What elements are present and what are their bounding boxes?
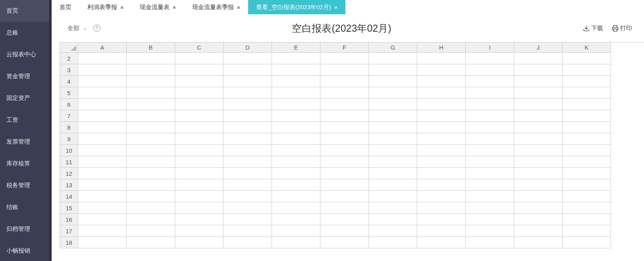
cell-H13[interactable]: [417, 179, 466, 191]
row-header-4[interactable]: 4: [60, 76, 78, 87]
cell-H16[interactable]: [417, 214, 466, 225]
cell-J4[interactable]: [514, 76, 563, 87]
column-header-H[interactable]: H: [417, 42, 466, 53]
cell-K8[interactable]: [563, 122, 611, 133]
cell-H15[interactable]: [417, 202, 466, 214]
cell-A14[interactable]: [78, 191, 127, 202]
cell-C14[interactable]: [175, 191, 224, 202]
cell-C8[interactable]: [175, 122, 224, 133]
cell-D4[interactable]: [224, 76, 272, 87]
sidebar-item-6[interactable]: 发票管理: [0, 131, 49, 153]
cell-B10[interactable]: [127, 145, 175, 156]
cell-G18[interactable]: [369, 237, 417, 248]
cell-G17[interactable]: [369, 225, 417, 237]
column-header-A[interactable]: A: [78, 42, 127, 53]
sidebar-item-5[interactable]: 工资: [0, 109, 49, 131]
cell-E4[interactable]: [272, 76, 320, 87]
cell-K7[interactable]: [563, 110, 611, 122]
cell-G4[interactable]: [369, 76, 417, 87]
column-header-J[interactable]: J: [514, 42, 563, 53]
cell-K12[interactable]: [563, 168, 611, 179]
cell-E9[interactable]: [272, 133, 320, 145]
grid[interactable]: ABCDEFGHIJK23456789101112131415161718: [60, 42, 644, 248]
cell-C3[interactable]: [175, 64, 224, 76]
cell-C11[interactable]: [175, 156, 224, 168]
cell-J11[interactable]: [514, 156, 563, 168]
cell-D15[interactable]: [224, 202, 272, 214]
cell-H5[interactable]: [417, 87, 466, 99]
cell-D11[interactable]: [224, 156, 272, 168]
row-header-15[interactable]: 15: [60, 202, 78, 214]
cell-B15[interactable]: [127, 202, 175, 214]
sidebar-item-7[interactable]: 库存核算: [0, 153, 49, 175]
cell-K10[interactable]: [563, 145, 611, 156]
cell-B13[interactable]: [127, 179, 175, 191]
cell-E6[interactable]: [272, 99, 320, 110]
cell-F10[interactable]: [320, 145, 369, 156]
cell-I18[interactable]: [466, 237, 514, 248]
cell-E5[interactable]: [272, 87, 320, 99]
cell-C17[interactable]: [175, 225, 224, 237]
cell-A5[interactable]: [78, 87, 127, 99]
sidebar-item-9[interactable]: 结账: [0, 196, 49, 218]
column-header-I[interactable]: I: [466, 42, 514, 53]
cell-I6[interactable]: [466, 99, 514, 110]
cell-I2[interactable]: [466, 53, 514, 64]
cell-F2[interactable]: [320, 53, 369, 64]
cell-B18[interactable]: [127, 237, 175, 248]
cell-C5[interactable]: [175, 87, 224, 99]
column-header-C[interactable]: C: [175, 42, 224, 53]
cell-H17[interactable]: [417, 225, 466, 237]
cell-K11[interactable]: [563, 156, 611, 168]
cell-E14[interactable]: [272, 191, 320, 202]
cell-E17[interactable]: [272, 225, 320, 237]
cell-F12[interactable]: [320, 168, 369, 179]
cell-A17[interactable]: [78, 225, 127, 237]
cell-G10[interactable]: [369, 145, 417, 156]
tab-2[interactable]: 现金流量表×: [132, 0, 184, 14]
cell-D12[interactable]: [224, 168, 272, 179]
row-header-11[interactable]: 11: [60, 156, 78, 168]
cell-B7[interactable]: [127, 110, 175, 122]
cell-C4[interactable]: [175, 76, 224, 87]
close-icon[interactable]: ×: [173, 4, 176, 10]
sidebar-item-4[interactable]: 固定资产: [0, 87, 49, 109]
sidebar-item-10[interactable]: 归档管理: [0, 218, 49, 240]
sidebar-item-3[interactable]: 资金管理: [0, 65, 49, 87]
column-header-B[interactable]: B: [127, 42, 175, 53]
cell-E16[interactable]: [272, 214, 320, 225]
cell-F13[interactable]: [320, 179, 369, 191]
cell-D3[interactable]: [224, 64, 272, 76]
cell-J12[interactable]: [514, 168, 563, 179]
tab-0[interactable]: 首页: [52, 0, 79, 14]
cell-G13[interactable]: [369, 179, 417, 191]
cell-D7[interactable]: [224, 110, 272, 122]
cell-C9[interactable]: [175, 133, 224, 145]
cell-B3[interactable]: [127, 64, 175, 76]
cell-H2[interactable]: [417, 53, 466, 64]
row-header-5[interactable]: 5: [60, 87, 78, 99]
cell-A8[interactable]: [78, 122, 127, 133]
cell-F17[interactable]: [320, 225, 369, 237]
cell-H10[interactable]: [417, 145, 466, 156]
column-header-D[interactable]: D: [224, 42, 272, 53]
cell-D2[interactable]: [224, 53, 272, 64]
row-header-18[interactable]: 18: [60, 237, 78, 248]
cell-H11[interactable]: [417, 156, 466, 168]
cell-A15[interactable]: [78, 202, 127, 214]
cell-I5[interactable]: [466, 87, 514, 99]
cell-K15[interactable]: [563, 202, 611, 214]
cell-E13[interactable]: [272, 179, 320, 191]
sidebar-item-0[interactable]: 首页: [0, 0, 49, 22]
cell-G11[interactable]: [369, 156, 417, 168]
cell-G6[interactable]: [369, 99, 417, 110]
cell-G2[interactable]: [369, 53, 417, 64]
download-button[interactable]: 下载: [583, 25, 603, 32]
column-header-G[interactable]: G: [369, 42, 417, 53]
tab-1[interactable]: 利润表季报×: [79, 0, 132, 14]
cell-H6[interactable]: [417, 99, 466, 110]
sidebar-item-1[interactable]: 总账: [0, 22, 49, 44]
cell-G15[interactable]: [369, 202, 417, 214]
cell-J17[interactable]: [514, 225, 563, 237]
cell-J6[interactable]: [514, 99, 563, 110]
